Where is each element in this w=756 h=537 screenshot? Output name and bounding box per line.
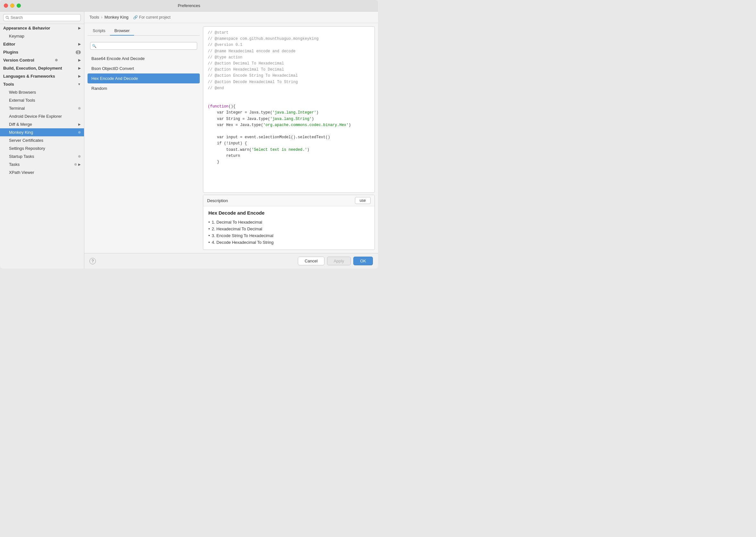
- panel-search-input[interactable]: [90, 42, 197, 50]
- bottom-bar: ? Cancel Apply OK: [84, 253, 378, 268]
- code-editor[interactable]: // @start // @namespace com.github.mount…: [203, 26, 375, 193]
- tab-scripts[interactable]: Scripts: [88, 26, 110, 36]
- close-button[interactable]: [4, 4, 8, 8]
- chevron-right-icon: ▶: [78, 26, 81, 30]
- sidebar-item-build-execution[interactable]: Build, Execution, Deployment ▶: [0, 64, 84, 72]
- description-header: Description use: [203, 195, 374, 206]
- titlebar: Preferences: [0, 0, 378, 12]
- sidebar-item-label: Diff & Merge: [9, 122, 32, 127]
- window-title: Preferences: [178, 3, 200, 8]
- sidebar-item-android-device[interactable]: Android Device File Explorer: [0, 112, 84, 120]
- code-line: // @end: [208, 85, 370, 91]
- script-item-random[interactable]: Random: [88, 83, 200, 93]
- use-button[interactable]: use: [355, 197, 371, 204]
- project-link[interactable]: 🔗 For current project: [133, 15, 170, 20]
- sidebar-item-settings-repository[interactable]: Settings Repository: [0, 145, 84, 152]
- breadcrumb-root: Tools: [90, 15, 99, 20]
- code-line: // @start: [208, 30, 370, 36]
- sidebar-item-languages-frameworks[interactable]: Languages & Frameworks ▶: [0, 72, 84, 80]
- sidebar-item-label: Android Device File Explorer: [9, 114, 62, 119]
- script-item-base64[interactable]: Base64 Encode And Decode: [88, 54, 200, 63]
- sidebar-item-tools[interactable]: Tools ▼: [0, 80, 84, 88]
- code-line: // @name Hexadecimal encode and decode: [208, 48, 370, 55]
- external-icon: ⊕: [78, 106, 81, 110]
- cancel-button[interactable]: Cancel: [298, 257, 324, 265]
- sidebar-item-terminal[interactable]: Terminal ⊕: [0, 104, 84, 112]
- sidebar-item-editor[interactable]: Editor ▶: [0, 40, 84, 48]
- external-icon: ⊕: [55, 58, 58, 62]
- sidebar-item-web-browsers[interactable]: Web Browsers: [0, 88, 84, 96]
- plugins-badge: 1: [76, 50, 81, 54]
- panel-search-wrap: [90, 42, 197, 50]
- sidebar-item-appearance-behavior[interactable]: Appearance & Behavior ▶: [0, 24, 84, 32]
- code-line: if (!input) {: [208, 141, 370, 146]
- chevron-right-icon: ▶: [78, 163, 81, 166]
- chevron-right-icon: ▶: [78, 123, 81, 126]
- tab-browser[interactable]: Browser: [110, 26, 134, 36]
- sidebar-item-label: Web Browsers: [9, 90, 36, 95]
- sidebar-item-label: Terminal: [9, 106, 25, 111]
- code-line: // @action Hexadecimal To Decimal: [208, 67, 370, 73]
- project-link-label: For current project: [139, 15, 170, 20]
- list-item: 4. Decode Hexadecimal To String: [208, 239, 369, 246]
- description-title: Hex Decode and Encode: [208, 210, 369, 216]
- sidebar-item-monkey-king[interactable]: Monkey King ⊕: [0, 128, 84, 136]
- apply-button[interactable]: Apply: [327, 257, 351, 265]
- code-line: var Integer = Java.type('java.lang.Integ…: [208, 110, 370, 116]
- sidebar-item-diff-merge[interactable]: Diff & Merge ▶: [0, 120, 84, 128]
- description-body: Hex Decode and Encode 1. Decimal To Hexa…: [203, 206, 374, 250]
- description-label: Description: [207, 198, 228, 203]
- external-icon: ⊕: [78, 154, 81, 158]
- tabs: Scripts Browser: [88, 26, 200, 36]
- code-line: // @namespace com.github.mounthuaguo.mon…: [208, 36, 370, 42]
- sidebar-item-label: Plugins: [3, 50, 18, 55]
- maximize-button[interactable]: [17, 4, 21, 8]
- script-item-hex[interactable]: Hex Encode And Decode: [88, 73, 200, 83]
- sidebar-item-external-tools[interactable]: External Tools: [0, 96, 84, 104]
- code-line: [208, 91, 370, 98]
- chevron-right-icon: ▶: [78, 59, 81, 62]
- external-icon: ⊕: [74, 162, 77, 166]
- sidebar-item-startup-tasks[interactable]: Startup Tasks ⊕: [0, 152, 84, 160]
- code-line: // @action Encode String To Hexadecimal: [208, 73, 370, 79]
- panel-content: Scripts Browser Base64 Encode And Decode…: [84, 23, 378, 253]
- preferences-window: Preferences Appearance & Behavior ▶ Keym…: [0, 0, 378, 268]
- code-line: (function(){: [208, 103, 370, 110]
- main-content: Appearance & Behavior ▶ Keymap Editor ▶ …: [0, 12, 378, 268]
- sidebar-item-label: External Tools: [9, 98, 35, 103]
- sidebar: Appearance & Behavior ▶ Keymap Editor ▶ …: [0, 12, 84, 268]
- sidebar-item-label: Tools: [3, 82, 14, 87]
- chevron-right-icon: ▶: [78, 66, 81, 70]
- sidebar-item-label: Tasks: [9, 162, 19, 167]
- code-line: var String = Java.type('java.lang.String…: [208, 116, 370, 122]
- code-line: // @action Decode Hexadecimal To String: [208, 79, 370, 85]
- code-line: // @type action: [208, 55, 370, 61]
- sidebar-search-input[interactable]: [3, 14, 81, 21]
- code-desc-area: // @start // @namespace com.github.mount…: [203, 26, 375, 250]
- chevron-right-icon: ▶: [78, 74, 81, 78]
- sidebar-item-label: Settings Repository: [9, 146, 45, 151]
- sidebar-item-tasks[interactable]: Tasks ⊕ ▶: [0, 160, 84, 168]
- breadcrumb-separator: ›: [101, 15, 102, 20]
- sidebar-item-keymap[interactable]: Keymap: [0, 32, 84, 40]
- script-item-bson[interactable]: Bson ObjectID Convert: [88, 63, 200, 73]
- sidebar-item-version-control[interactable]: Version Control ⊕ ▶: [0, 56, 84, 64]
- ok-button[interactable]: OK: [353, 257, 373, 265]
- help-button[interactable]: ?: [90, 258, 96, 264]
- chevron-down-icon: ▼: [78, 82, 81, 86]
- panel-search-area: [88, 41, 200, 51]
- traffic-lights: [4, 4, 21, 8]
- sidebar-item-plugins[interactable]: Plugins 1: [0, 48, 84, 56]
- sidebar-item-label: Server Certificates: [9, 138, 43, 143]
- right-panel: Tools › Monkey King 🔗 For current projec…: [84, 12, 378, 268]
- minimize-button[interactable]: [10, 4, 15, 8]
- sidebar-item-server-certificates[interactable]: Server Certificates: [0, 136, 84, 145]
- sidebar-item-label: Startup Tasks: [9, 154, 34, 159]
- list-item: 1. Decimal To Hexadecimal: [208, 219, 369, 226]
- code-line: }: [208, 159, 370, 165]
- description-list: 1. Decimal To Hexadecimal 2. Hexadecimal…: [208, 219, 369, 246]
- sidebar-item-xpath-viewer[interactable]: XPath Viewer: [0, 168, 84, 177]
- script-list: Base64 Encode And Decode Bson ObjectID C…: [88, 54, 200, 250]
- code-line: // @version 0.1: [208, 42, 370, 48]
- code-line: return: [208, 153, 370, 159]
